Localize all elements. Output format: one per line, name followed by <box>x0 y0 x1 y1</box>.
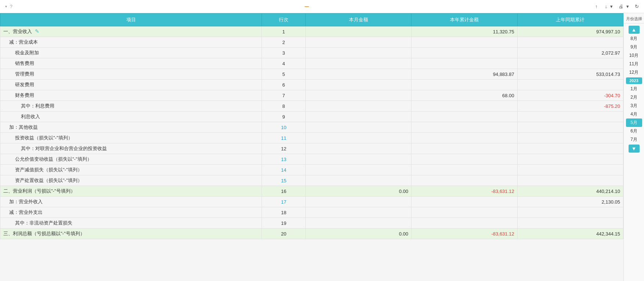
row-item-label: 加：其他收益 <box>0 122 262 133</box>
row-item-label: 销售费用 <box>0 58 262 69</box>
row-month-amount: 0.00 <box>306 186 411 197</box>
month-item[interactable]: 7月 <box>626 135 642 144</box>
month-item[interactable]: 1月 <box>626 85 642 93</box>
row-year-amount <box>411 122 517 133</box>
row-year-amount <box>411 207 517 218</box>
row-year-amount <box>411 165 517 175</box>
month-list: 8月9月10月11月12月20231月2月3月4月5月6月7月 <box>626 34 642 144</box>
row-number: 2 <box>262 37 306 48</box>
row-month-amount <box>306 143 411 154</box>
row-number: 8 <box>262 101 306 112</box>
row-year-amount <box>411 101 517 112</box>
row-number: 6 <box>262 80 306 90</box>
edit-icon[interactable]: ✎ <box>33 28 39 34</box>
row-item-label: 其中：非流动资产处置损失 <box>0 218 262 229</box>
month-item[interactable]: 12月 <box>626 68 642 77</box>
row-year-amount <box>411 197 517 207</box>
scope-dropdown[interactable]: ▾ <box>4 4 7 8</box>
print-icon: 🖨 <box>619 4 623 9</box>
row-year-amount <box>411 58 517 69</box>
row-item-label: 其中：对联营企业和合营企业的投资收益 <box>0 143 262 154</box>
row-month-amount <box>306 197 411 207</box>
row-number: 20 <box>262 229 306 239</box>
row-item-label: 研发费用 <box>0 80 262 90</box>
row-month-amount <box>306 58 411 69</box>
row-lastyear-amount: 2,130.05 <box>517 197 623 207</box>
row-lastyear-amount <box>517 133 623 143</box>
row-number: 3 <box>262 48 306 58</box>
row-year-amount <box>411 37 517 48</box>
top-bar-right: ↑ ↓ ▾ 🖨 ▾ ↻ <box>595 4 640 9</box>
row-item-label: 二、营业利润（亏损以"-"号填列） <box>0 186 262 197</box>
row-year-amount <box>411 143 517 154</box>
print-button[interactable]: 🖨 ▾ <box>619 4 629 9</box>
row-item-label: 公允价值变动收益（损失以"-"填列） <box>0 154 262 165</box>
sidebar-title: 月份选择 <box>624 15 644 23</box>
sidebar-down-button[interactable]: ▼ <box>629 145 640 153</box>
month-item[interactable]: 6月 <box>626 127 642 135</box>
header-month: 本月金额 <box>306 14 411 26</box>
row-lastyear-amount <box>517 143 623 154</box>
month-item[interactable]: 9月 <box>626 43 642 51</box>
row-month-amount <box>306 154 411 165</box>
month-item[interactable]: 3月 <box>626 102 642 110</box>
row-number: 11 <box>262 133 306 143</box>
row-number: 9 <box>262 112 306 122</box>
row-lastyear-amount: 974,997.10 <box>517 26 623 37</box>
row-item-label: 投资收益（损失以"-"填列） <box>0 133 262 143</box>
row-number: 1 <box>262 26 306 37</box>
row-year-amount <box>411 218 517 229</box>
sidebar-up-button[interactable]: ▲ <box>629 26 640 34</box>
row-item-label: 资产处置收益（损失以"-"填列） <box>0 175 262 186</box>
status-badge[interactable] <box>305 6 309 7</box>
table-area: 项目 行次 本月金额 本年累计金额 上年同期累计 一、营业收入 ✎111,320… <box>0 13 623 281</box>
month-item[interactable]: 11月 <box>626 60 642 68</box>
month-item[interactable]: 2023 <box>626 77 642 84</box>
row-lastyear-amount <box>517 58 623 69</box>
row-number: 5 <box>262 69 306 80</box>
row-month-amount <box>306 101 411 112</box>
back-button[interactable]: ↑ <box>595 4 599 9</box>
row-number: 16 <box>262 186 306 197</box>
row-lastyear-amount <box>517 112 623 122</box>
row-year-amount: 94,883.87 <box>411 69 517 80</box>
row-year-amount <box>411 133 517 143</box>
month-item[interactable]: 5月 <box>626 118 642 127</box>
report-table: 项目 行次 本月金额 本年累计金额 上年同期累计 一、营业收入 ✎111,320… <box>0 13 623 239</box>
row-number: 17 <box>262 197 306 207</box>
row-item-label: 其中：利息费用 <box>0 101 262 112</box>
row-lastyear-amount: 2,072.97 <box>517 48 623 58</box>
row-lastyear-amount <box>517 80 623 90</box>
header-item: 项目 <box>0 14 262 26</box>
row-lastyear-amount <box>517 154 623 165</box>
print-arrow: ▾ <box>626 4 629 9</box>
row-item-label: 三、利润总额（亏损总额以"-"号填列） <box>0 229 262 239</box>
main-content: 项目 行次 本月金额 本年累计金额 上年同期累计 一、营业收入 ✎111,320… <box>0 13 644 281</box>
month-item[interactable]: 10月 <box>626 51 642 60</box>
download-button[interactable]: ↓ ▾ <box>605 4 613 9</box>
month-item[interactable]: 8月 <box>626 34 642 43</box>
row-lastyear-amount <box>517 175 623 186</box>
row-year-amount <box>411 175 517 186</box>
back-icon: ↑ <box>595 4 598 9</box>
row-month-amount <box>306 133 411 143</box>
row-number: 12 <box>262 143 306 154</box>
download-arrow: ▾ <box>610 4 613 9</box>
month-item[interactable]: 4月 <box>626 110 642 118</box>
month-item[interactable]: 2月 <box>626 93 642 102</box>
row-number: 13 <box>262 154 306 165</box>
help-icon[interactable]: ? <box>10 4 12 9</box>
row-year-amount <box>411 112 517 122</box>
row-lastyear-amount: -304.70 <box>517 90 623 101</box>
row-lastyear-amount <box>517 207 623 218</box>
row-year-amount: -83,631.12 <box>411 186 517 197</box>
row-month-amount <box>306 37 411 48</box>
header-year: 本年累计金额 <box>411 14 517 26</box>
row-number: 7 <box>262 90 306 101</box>
refresh-button[interactable]: ↻ <box>635 4 640 9</box>
row-lastyear-amount: 442,344.15 <box>517 229 623 239</box>
row-number: 14 <box>262 165 306 175</box>
row-item-label: 管理费用 <box>0 69 262 80</box>
row-month-amount <box>306 69 411 80</box>
row-year-amount <box>411 154 517 165</box>
